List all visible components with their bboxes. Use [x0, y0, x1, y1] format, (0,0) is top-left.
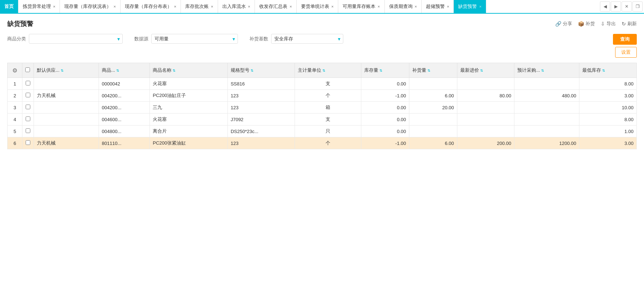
cell-latest-price	[457, 78, 514, 90]
nav-tab-3[interactable]: 现存量（库存分布表）×	[121, 0, 181, 13]
cell-checkbox[interactable]	[22, 125, 34, 137]
nav-tab-11[interactable]: 缺货预警×	[454, 0, 486, 13]
nav-tab-label-5: 出入库流水	[222, 3, 246, 10]
sort-icon-code: ⇅	[116, 69, 119, 72]
nav-tab-close-8[interactable]: ×	[378, 4, 380, 9]
nav-tab-close-3[interactable]: ×	[174, 4, 176, 9]
cell-spec: 123	[227, 90, 295, 102]
cell-spec: SS816	[227, 78, 295, 90]
cell-min-stock: 10.00	[579, 102, 637, 114]
cell-restock-qty	[409, 78, 457, 90]
sort-icon-name: ⇅	[173, 69, 175, 72]
th-checkbox[interactable]	[22, 63, 34, 78]
nav-tab-close-4[interactable]: ×	[211, 4, 213, 9]
cell-min-stock: 3.00	[579, 137, 637, 149]
settings-button[interactable]: 设置	[615, 47, 637, 58]
nav-expand-button[interactable]: ❒	[632, 1, 643, 12]
row-checkbox-2[interactable]	[26, 105, 30, 109]
cell-name: PC200张紧油缸	[150, 137, 228, 149]
nav-close-button[interactable]: ✕	[622, 1, 632, 12]
nav-tab-2[interactable]: 现存量（库存状况表）×	[60, 0, 120, 13]
row-checkbox-1[interactable]	[26, 93, 30, 97]
cell-checkbox[interactable]	[22, 137, 34, 149]
th-gear[interactable]: ⚙	[8, 63, 22, 78]
nav-prev-button[interactable]: ◀	[600, 1, 610, 12]
row-checkbox-3[interactable]	[26, 116, 30, 121]
nav-tab-5[interactable]: 出入库流水×	[218, 0, 255, 13]
cell-estimated-purchase	[514, 125, 579, 137]
select-all-checkbox[interactable]	[25, 67, 30, 72]
th-product-code[interactable]: 商品...⇅	[99, 63, 150, 78]
nav-tab-7[interactable]: 要货单统计表×	[297, 0, 338, 13]
nav-tab-4[interactable]: 库存批次账×	[181, 0, 218, 13]
nav-tab-close-2[interactable]: ×	[113, 4, 116, 9]
row-checkbox-5[interactable]	[26, 140, 30, 145]
supplement-label: 补货	[586, 21, 595, 27]
cell-checkbox[interactable]	[22, 90, 34, 102]
nav-tab-label-7: 要货单统计表	[301, 3, 329, 10]
cell-stock: 0.00	[361, 102, 409, 114]
th-spec[interactable]: 规格型号⇅	[227, 63, 295, 78]
th-min-stock[interactable]: 最低库存⇅	[579, 63, 637, 78]
nav-tab-close-9[interactable]: ×	[415, 4, 417, 9]
export-action[interactable]: ⇩ 导出	[601, 21, 616, 27]
nav-tab-0[interactable]: 首页	[0, 0, 18, 13]
th-estimated-purchase[interactable]: 预计采购...⇅	[514, 63, 579, 78]
nav-tab-close-11[interactable]: ×	[479, 4, 481, 9]
nav-tab-label-0: 首页	[4, 3, 14, 10]
th-product-name[interactable]: 商品名称⇅	[150, 63, 228, 78]
cell-restock-qty	[409, 125, 457, 137]
cell-index: 1	[8, 78, 22, 90]
action-buttons: 查询 设置	[613, 34, 637, 58]
nav-tab-close-6[interactable]: ×	[290, 4, 292, 9]
cell-spec: DS250*23c...	[227, 125, 295, 137]
nav-tab-6[interactable]: 收发存汇总表×	[255, 0, 296, 13]
cell-stock: 0.00	[361, 114, 409, 125]
cell-estimated-purchase	[514, 114, 579, 125]
th-restock-qty[interactable]: 补货量⇅	[409, 63, 457, 78]
datasource-select-wrapper: 可用量	[151, 34, 238, 44]
cell-code: 004800...	[99, 125, 150, 137]
refresh-action[interactable]: ↻ 刷新	[622, 21, 637, 27]
th-default-supplier[interactable]: 默认供应...⇅	[34, 63, 99, 78]
category-select-wrapper	[29, 34, 123, 44]
row-checkbox-4[interactable]	[26, 128, 30, 133]
gear-icon[interactable]: ⚙	[10, 66, 19, 75]
category-filter-group: 商品分类	[7, 34, 123, 44]
th-unit[interactable]: 主计量单位⇅	[295, 63, 361, 78]
share-icon: 🔗	[555, 21, 561, 27]
sort-icon-stock: ⇅	[379, 69, 382, 72]
nav-tab-label-4: 库存批次账	[185, 3, 209, 10]
nav-tab-close-7[interactable]: ×	[331, 4, 334, 9]
nav-tab-9[interactable]: 保质期查询×	[385, 0, 422, 13]
nav-tab-close-10[interactable]: ×	[447, 4, 449, 9]
cell-restock-qty: 6.00	[409, 137, 457, 149]
cell-checkbox[interactable]	[22, 102, 34, 114]
cell-name: 火花塞	[150, 78, 228, 90]
main-content: 缺货预警 🔗 分享 📦 补货 ⇩ 导出 ↻ 刷新 商品分类	[0, 14, 644, 287]
cell-index: 2	[8, 90, 22, 102]
cell-supplier: 力天机械	[34, 90, 99, 102]
cell-checkbox[interactable]	[22, 114, 34, 125]
category-select[interactable]	[29, 34, 123, 44]
nav-tab-10[interactable]: 超储预警×	[422, 0, 454, 13]
query-button[interactable]: 查询	[613, 34, 637, 45]
cell-index: 5	[8, 125, 22, 137]
supplement-action[interactable]: 📦 补货	[578, 21, 595, 27]
nav-tab-close-1[interactable]: ×	[53, 4, 55, 9]
nav-next-button[interactable]: ▶	[611, 1, 621, 12]
restock-select[interactable]: 安全库存	[271, 34, 343, 44]
row-checkbox-0[interactable]	[26, 81, 30, 85]
th-latest-price[interactable]: 最新进价⇅	[457, 63, 514, 78]
table-row: 10000042火花塞SS816支0.008.00	[8, 78, 637, 90]
nav-tab-1[interactable]: 拣货异常处理×	[18, 0, 60, 13]
nav-tab-8[interactable]: 可用量库存账本×	[338, 0, 384, 13]
th-stock[interactable]: 库存量⇅	[361, 63, 409, 78]
cell-checkbox[interactable]	[22, 78, 34, 90]
datasource-select[interactable]: 可用量	[151, 34, 238, 44]
share-action[interactable]: 🔗 分享	[555, 21, 572, 27]
cell-code: 004200...	[99, 102, 150, 114]
nav-tab-close-5[interactable]: ×	[248, 4, 250, 9]
sort-icon-restock-qty: ⇅	[427, 69, 430, 72]
datasource-label: 数据源	[134, 36, 148, 42]
